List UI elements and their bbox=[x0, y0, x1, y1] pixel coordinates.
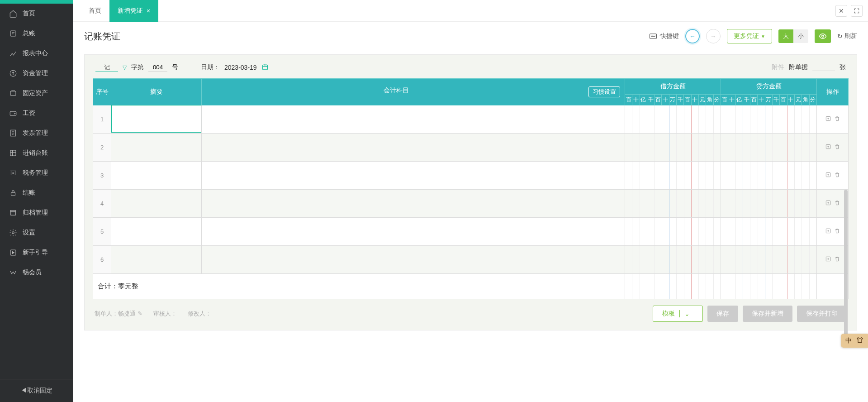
sidebar-item-reports[interactable]: 报表中心 bbox=[0, 43, 73, 63]
add-row-icon[interactable] bbox=[825, 228, 831, 235]
calendar-icon[interactable] bbox=[261, 63, 269, 72]
sidebar-item-member[interactable]: 畅会员 bbox=[0, 263, 73, 282]
chevron-down-icon[interactable]: ⌄ bbox=[679, 310, 693, 317]
ops-cell bbox=[817, 190, 849, 218]
add-row-icon[interactable] bbox=[825, 115, 831, 123]
add-row-icon[interactable] bbox=[825, 172, 831, 179]
delete-row-icon[interactable] bbox=[834, 115, 840, 123]
more-vouchers-button[interactable]: 更多凭证▼ bbox=[727, 29, 772, 43]
sidebar-item-home[interactable]: 首页 bbox=[0, 4, 73, 24]
add-row-icon[interactable] bbox=[825, 144, 831, 151]
attach-button[interactable]: 附件 bbox=[772, 63, 784, 72]
archive-icon bbox=[9, 209, 17, 217]
delete-row-icon[interactable] bbox=[834, 228, 840, 235]
subject-cell[interactable] bbox=[202, 218, 625, 246]
fullscreen-icon[interactable] bbox=[851, 5, 863, 17]
save-new-button[interactable]: 保存并新增 bbox=[743, 306, 792, 322]
summary-cell[interactable] bbox=[111, 246, 202, 274]
sidebar-item-closing[interactable]: 结账 bbox=[0, 183, 73, 203]
ime-shirt-icon[interactable] bbox=[856, 336, 863, 345]
tab-home[interactable]: 首页 bbox=[81, 0, 109, 22]
member-icon bbox=[9, 268, 17, 277]
voucher-type-select[interactable] bbox=[95, 63, 118, 72]
sidebar-item-settings[interactable]: 设置 bbox=[0, 223, 73, 243]
attach-count-input[interactable] bbox=[812, 64, 835, 71]
summary-cell[interactable] bbox=[111, 218, 202, 246]
sidebar-unpin[interactable]: ◀取消固定 bbox=[0, 379, 73, 402]
edit-maker-icon[interactable]: ✎ bbox=[138, 310, 142, 317]
sidebar-item-inventory[interactable]: 进销台账 bbox=[0, 143, 73, 163]
ime-indicator[interactable]: 中 bbox=[841, 334, 868, 348]
sidebar-item-salary[interactable]: 工资 bbox=[0, 103, 73, 123]
debit-cell[interactable] bbox=[625, 218, 721, 246]
svg-rect-6 bbox=[10, 150, 16, 156]
template-button[interactable]: 模板⌄ bbox=[653, 306, 703, 322]
subject-cell[interactable] bbox=[202, 105, 625, 134]
delete-row-icon[interactable] bbox=[834, 256, 840, 263]
save-print-button[interactable]: 保存并打印 bbox=[797, 306, 847, 322]
credit-cell[interactable] bbox=[721, 218, 817, 246]
sidebar-item-guide[interactable]: 新手引导 bbox=[0, 243, 73, 263]
unit-header: 十 bbox=[728, 95, 735, 105]
voucher-footer: 制单人：畅捷通✎ 审核人： 修改人： 模板⌄ 保存 保存并新增 保存并打印 bbox=[93, 299, 849, 322]
subject-cell[interactable] bbox=[202, 134, 625, 162]
scrollbar[interactable] bbox=[844, 190, 848, 344]
sidebar-item-ledger[interactable]: 总账 bbox=[0, 24, 73, 43]
credit-cell[interactable] bbox=[721, 190, 817, 218]
delete-row-icon[interactable] bbox=[834, 144, 840, 151]
row-seq: 2 bbox=[93, 134, 111, 162]
chart-icon bbox=[9, 49, 17, 57]
tax-icon bbox=[9, 169, 17, 177]
lock-icon bbox=[9, 189, 17, 197]
sidebar-item-funds[interactable]: 资金管理 bbox=[0, 63, 73, 83]
chevron-down-icon[interactable]: ▽ bbox=[123, 64, 127, 71]
subject-cell[interactable] bbox=[202, 162, 625, 190]
add-row-icon[interactable] bbox=[825, 200, 831, 207]
save-button[interactable]: 保存 bbox=[707, 306, 738, 322]
size-small[interactable]: 小 bbox=[793, 29, 808, 43]
debit-cell[interactable] bbox=[625, 190, 721, 218]
tabs-close-all[interactable]: ✕ bbox=[835, 5, 847, 17]
credit-cell[interactable] bbox=[721, 162, 817, 190]
unit-header: 百 bbox=[721, 95, 728, 105]
size-big[interactable]: 大 bbox=[778, 29, 793, 43]
tab-new-voucher[interactable]: 新增凭证× bbox=[109, 0, 158, 22]
prev-voucher-button[interactable]: ← bbox=[685, 29, 700, 43]
summary-input[interactable] bbox=[111, 105, 201, 133]
summary-cell[interactable] bbox=[111, 190, 202, 218]
add-row-icon[interactable] bbox=[825, 256, 831, 263]
row-seq: 4 bbox=[93, 190, 111, 218]
voucher-date[interactable]: 2023-03-19 bbox=[224, 64, 257, 71]
size-toggle[interactable]: 大小 bbox=[778, 29, 808, 43]
next-voucher-button[interactable]: → bbox=[706, 29, 721, 43]
svg-rect-14 bbox=[262, 65, 267, 70]
sidebar-item-invoice[interactable]: 发票管理 bbox=[0, 123, 73, 143]
credit-cell[interactable] bbox=[721, 246, 817, 274]
summary-cell[interactable] bbox=[111, 105, 202, 134]
ops-cell bbox=[817, 246, 849, 274]
debit-cell[interactable] bbox=[625, 162, 721, 190]
preview-button[interactable] bbox=[815, 29, 831, 43]
subject-cell[interactable] bbox=[202, 246, 625, 274]
subject-cell[interactable] bbox=[202, 190, 625, 218]
refresh-button[interactable]: ↻刷新 bbox=[837, 32, 857, 40]
unit-header: 百 bbox=[780, 95, 787, 105]
voucher-number-input[interactable] bbox=[148, 63, 167, 72]
debit-cell[interactable] bbox=[625, 105, 721, 134]
delete-row-icon[interactable] bbox=[834, 172, 840, 179]
maker-name: 畅捷通 bbox=[118, 310, 136, 317]
close-icon[interactable]: × bbox=[147, 7, 150, 14]
debit-cell[interactable] bbox=[625, 246, 721, 274]
delete-row-icon[interactable] bbox=[834, 200, 840, 207]
credit-cell[interactable] bbox=[721, 134, 817, 162]
sidebar-item-tax[interactable]: 税务管理 bbox=[0, 163, 73, 183]
habit-settings-button[interactable]: 习惯设置 bbox=[588, 86, 620, 97]
summary-cell[interactable] bbox=[111, 134, 202, 162]
sidebar-item-assets[interactable]: 固定资产 bbox=[0, 83, 73, 103]
summary-cell[interactable] bbox=[111, 162, 202, 190]
sidebar-item-archive[interactable]: 归档管理 bbox=[0, 203, 73, 223]
credit-cell[interactable] bbox=[721, 105, 817, 134]
debit-cell[interactable] bbox=[625, 134, 721, 162]
unit-header: 十 bbox=[662, 95, 669, 105]
shortcut-button[interactable]: 快捷键 bbox=[649, 32, 679, 40]
